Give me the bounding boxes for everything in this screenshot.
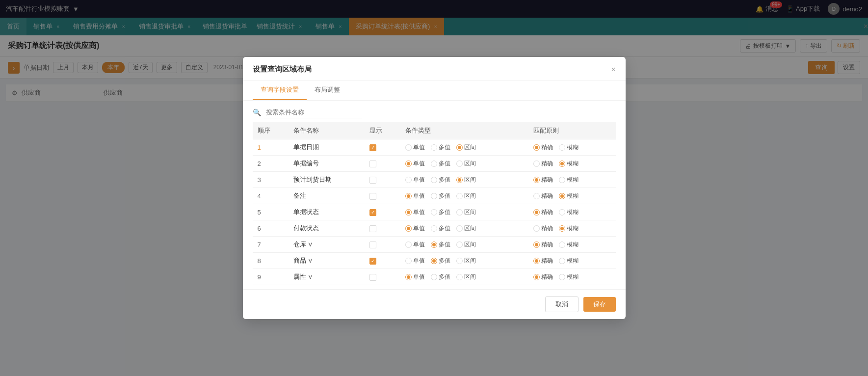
row-cond-name: 单据编号 — [289, 156, 365, 172]
search-input[interactable] — [264, 107, 362, 118]
table-row: 1单据日期✓单值多值区间精确模糊 — [253, 139, 616, 156]
row-cond-name: 单据状态 — [289, 204, 365, 220]
row-cond-type: 单值多值区间 — [400, 237, 528, 253]
row-match-rule: 精确模糊 — [528, 269, 616, 285]
cancel-button[interactable]: 取消 — [545, 296, 579, 312]
dialog-search-area: 🔍 — [243, 101, 626, 122]
dialog: 设置查询区域布局 × 查询字段设置 布局调整 🔍 顺序 条件名称 — [243, 57, 626, 319]
row-cond-type: 单值多值区间 — [400, 172, 528, 188]
row-match-rule: 精确模糊 — [528, 285, 616, 290]
row-match-rule: 精确模糊 — [528, 139, 616, 156]
row-cond-type: 单值多值区间 — [400, 188, 528, 204]
row-display-checkbox[interactable] — [365, 237, 400, 253]
row-match-rule: 精确模糊 — [528, 156, 616, 172]
row-match-rule: 精确模糊 — [528, 172, 616, 188]
row-display-checkbox[interactable]: ✓ — [365, 139, 400, 156]
row-display-checkbox[interactable] — [365, 188, 400, 204]
row-match-rule: 精确模糊 — [528, 204, 616, 220]
row-cond-type: 单值多值区间 — [400, 253, 528, 269]
row-display-checkbox[interactable] — [365, 285, 400, 290]
dialog-table-body: 1单据日期✓单值多值区间精确模糊2单据编号单值多值区间精确模糊3预计到货日期单值… — [253, 139, 616, 290]
save-button[interactable]: 保存 — [583, 297, 616, 312]
row-cond-type: 单值多值区间 — [400, 220, 528, 237]
row-order: 1 — [253, 139, 289, 156]
table-row: 3预计到货日期单值多值区间精确模糊 — [253, 172, 616, 188]
row-cond-type: 单值多值区间 — [400, 139, 528, 156]
row-order: 4 — [253, 188, 289, 204]
row-order: 7 — [253, 237, 289, 253]
table-row: 8商品 ∨✓单值多值区间精确模糊 — [253, 253, 616, 269]
row-display-checkbox[interactable] — [365, 220, 400, 237]
row-cond-name: 备注 — [289, 188, 365, 204]
row-cond-name: 预计到货日期 — [289, 172, 365, 188]
modal-overlay: 设置查询区域布局 × 查询字段设置 布局调整 🔍 顺序 条件名称 — [0, 0, 868, 376]
row-cond-type: 单值多值区间 — [400, 156, 528, 172]
row-match-rule: 精确模糊 — [528, 220, 616, 237]
dialog-footer: 取消 保存 — [243, 289, 626, 319]
row-order: 9 — [253, 269, 289, 285]
row-display-checkbox[interactable] — [365, 156, 400, 172]
row-cond-name: 单据日期 — [289, 139, 365, 156]
row-cond-name: 属性 ∨ — [289, 269, 365, 285]
row-cond-name: 付款状态 — [289, 220, 365, 237]
row-cond-name: 商品 ∨ — [289, 253, 365, 269]
row-order: 10 — [253, 285, 289, 290]
table-row: 2单据编号单值多值区间精确模糊 — [253, 156, 616, 172]
row-cond-type: 单值多值区间 — [400, 285, 528, 290]
dialog-table-wrap: 顺序 条件名称 显示 条件类型 匹配原则 1单据日期✓单值多值区间精确模糊2单据… — [243, 122, 626, 289]
table-row: 7仓库 ∨单值多值区间精确模糊 — [253, 237, 616, 253]
search-icon: 🔍 — [253, 108, 261, 116]
row-order: 8 — [253, 253, 289, 269]
row-cond-type: 单值多值区间 — [400, 204, 528, 220]
row-match-rule: 精确模糊 — [528, 188, 616, 204]
row-display-checkbox[interactable]: ✓ — [365, 253, 400, 269]
dialog-table-head: 顺序 条件名称 显示 条件类型 匹配原则 — [253, 122, 616, 139]
row-cond-name: 仓库 ∨ — [289, 237, 365, 253]
table-row: 4备注单值多值区间精确模糊 — [253, 188, 616, 204]
table-row: 6付款状态单值多值区间精确模糊 — [253, 220, 616, 237]
row-display-checkbox[interactable] — [365, 172, 400, 188]
dialog-tab-layout-adjust[interactable]: 布局调整 — [307, 81, 348, 100]
row-match-rule: 精确模糊 — [528, 253, 616, 269]
dialog-tab-layout-adjust-label: 布局调整 — [315, 86, 340, 93]
col-match-rule: 匹配原则 — [528, 122, 616, 139]
row-match-rule: 精确模糊 — [528, 237, 616, 253]
dialog-header: 设置查询区域布局 × — [243, 57, 626, 81]
dialog-tab-query-fields[interactable]: 查询字段设置 — [253, 81, 307, 100]
row-order: 2 — [253, 156, 289, 172]
dialog-tab-query-fields-label: 查询字段设置 — [261, 86, 299, 93]
col-cond-type: 条件类型 — [400, 122, 528, 139]
row-cond-name: 有无商品图片 — [289, 285, 365, 290]
row-display-checkbox[interactable] — [365, 269, 400, 285]
col-order: 顺序 — [253, 122, 289, 139]
dialog-tabs: 查询字段设置 布局调整 — [243, 81, 626, 101]
table-row: 5单据状态✓单值多值区间精确模糊 — [253, 204, 616, 220]
dialog-table-head-row: 顺序 条件名称 显示 条件类型 匹配原则 — [253, 122, 616, 139]
row-order: 5 — [253, 204, 289, 220]
table-row: 9属性 ∨单值多值区间精确模糊 — [253, 269, 616, 285]
dialog-table: 顺序 条件名称 显示 条件类型 匹配原则 1单据日期✓单值多值区间精确模糊2单据… — [253, 122, 616, 289]
table-row: 10有无商品图片单值多值区间精确模糊 — [253, 285, 616, 290]
col-cond-name: 条件名称 — [289, 122, 365, 139]
dialog-close-button[interactable]: × — [611, 65, 615, 74]
dialog-title: 设置查询区域布局 — [253, 65, 312, 74]
row-cond-type: 单值多值区间 — [400, 269, 528, 285]
row-order: 6 — [253, 220, 289, 237]
row-order: 3 — [253, 172, 289, 188]
row-display-checkbox[interactable]: ✓ — [365, 204, 400, 220]
col-display: 显示 — [365, 122, 400, 139]
